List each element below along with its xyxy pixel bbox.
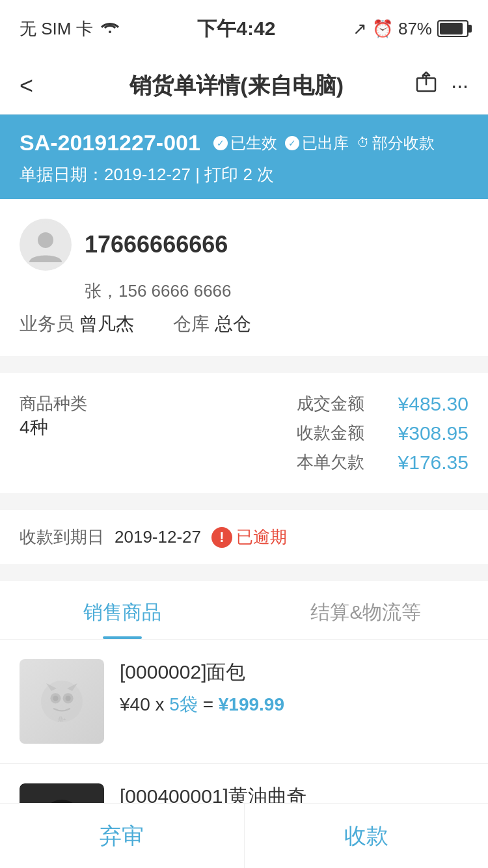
- receive-payment-button[interactable]: 收款: [245, 804, 489, 868]
- stats-left: 商品种类 4种: [20, 392, 87, 440]
- tab-underline: [103, 636, 142, 639]
- battery-percent: 87%: [398, 19, 432, 39]
- customer-top: 17666666666: [20, 219, 468, 271]
- check-icon-2: ✓: [285, 136, 299, 150]
- status-tag-partial: ⏱ 部分收款: [357, 133, 435, 154]
- avatar: [20, 219, 72, 271]
- order-header: SA-20191227-001 ✓ 已生效 ✓ 已出库 ⏱ 部分收款 单据日期：…: [0, 115, 488, 199]
- customer-contact: 张，156 6666 6666: [85, 280, 468, 303]
- received-value: ¥308.95: [377, 422, 468, 444]
- divider-2: [0, 500, 488, 510]
- tabs-section: 销售商品 结算&物流等: [0, 581, 488, 640]
- overdue-text: 已逾期: [236, 526, 287, 549]
- status-tag-shipped: ✓ 已出库: [285, 133, 349, 154]
- debt-row: 本单欠款 ¥176.35: [297, 451, 468, 474]
- overdue-tag: ! 已逾期: [211, 526, 287, 549]
- overdue-icon: !: [211, 527, 232, 548]
- tabs-row: 销售商品 结算&物流等: [0, 581, 488, 639]
- tab-products[interactable]: 销售商品: [0, 581, 244, 639]
- svg-point-3: [41, 681, 83, 722]
- status-bar: 无 SIM 卡 下午4:42 ↗ ⏰ 87%: [0, 0, 488, 57]
- customer-section: 17666666666 张，156 6666 6666 业务员 曾凡杰 仓库 总…: [0, 199, 488, 356]
- order-date: 单据日期：2019-12-27 | 打印 2 次: [20, 163, 468, 186]
- amount-row: 成交金额 ¥485.30: [297, 392, 468, 415]
- status-tags: ✓ 已生效 ✓ 已出库 ⏱ 部分收款: [213, 133, 435, 154]
- order-id: SA-20191227-001: [20, 130, 200, 156]
- divider-1: [0, 362, 488, 373]
- cancel-review-button[interactable]: 弃审: [0, 804, 245, 868]
- tab-settlement[interactable]: 结算&物流等: [244, 581, 488, 639]
- received-label: 收款金额: [297, 422, 364, 444]
- alarm-icon: ⏰: [372, 19, 393, 39]
- svg-point-7: [66, 696, 71, 701]
- status-left: 无 SIM 卡: [20, 18, 120, 40]
- stats-section: 商品种类 4种 成交金额 ¥485.30 收款金额 ¥308.95 本单欠款 ¥…: [0, 373, 488, 493]
- status-tag-active: ✓ 已生效: [213, 133, 277, 154]
- page-title: 销货单详情(来自电脑): [129, 71, 344, 101]
- type-value: 4种: [20, 415, 87, 440]
- debt-value: ¥176.35: [377, 452, 468, 474]
- product-info-1: [0000002]面包 ¥40 x 5袋 = ¥199.99: [120, 659, 468, 717]
- amount-label: 成交金额: [297, 392, 364, 415]
- product-item: 鼎+ [0000002]面包 ¥40 x 5袋 = ¥199.99: [0, 640, 488, 764]
- due-section: 收款到期日 2019-12-27 ! 已逾期: [0, 510, 488, 564]
- received-row: 收款金额 ¥308.95: [297, 422, 468, 444]
- svg-text:鼎+: 鼎+: [58, 716, 66, 722]
- debt-label: 本单欠款: [297, 451, 364, 474]
- status-time: 下午4:42: [197, 16, 275, 42]
- carrier-text: 无 SIM 卡: [20, 18, 93, 40]
- share-icon[interactable]: [414, 72, 438, 100]
- type-label: 商品种类: [20, 392, 87, 415]
- battery-icon: [437, 20, 468, 37]
- back-button[interactable]: <: [20, 72, 59, 100]
- check-icon-1: ✓: [213, 136, 228, 150]
- sales-meta: 业务员 曾凡杰: [20, 312, 134, 336]
- product-name-1: [0000002]面包: [120, 659, 468, 686]
- product-price-1: ¥40 x 5袋 = ¥199.99: [120, 692, 468, 717]
- divider-3: [0, 571, 488, 581]
- due-date: 2019-12-27: [115, 527, 201, 547]
- order-header-top: SA-20191227-001 ✓ 已生效 ✓ 已出库 ⏱ 部分收款: [20, 130, 468, 156]
- nav-actions: ···: [414, 72, 468, 100]
- customer-phone: 17666666666: [85, 231, 228, 258]
- stats-right: 成交金额 ¥485.30 收款金额 ¥308.95 本单欠款 ¥176.35: [297, 392, 468, 474]
- warehouse-name: 总仓: [215, 314, 251, 334]
- due-label: 收款到期日: [20, 526, 104, 549]
- warehouse-meta: 仓库 总仓: [173, 312, 251, 336]
- customer-meta: 业务员 曾凡杰 仓库 总仓: [20, 312, 468, 336]
- product-thumb-1: 鼎+: [20, 659, 104, 744]
- svg-point-6: [53, 696, 58, 701]
- wifi-icon: [100, 19, 120, 39]
- bottom-bar: 弃审 收款: [0, 803, 488, 868]
- sales-name: 曾凡杰: [79, 314, 134, 334]
- svg-point-2: [38, 232, 53, 248]
- more-icon[interactable]: ···: [451, 74, 468, 98]
- thumb-placeholder-1: 鼎+: [20, 659, 104, 744]
- clock-icon: ⏱: [357, 135, 370, 150]
- amount-value: ¥485.30: [377, 393, 468, 415]
- location-icon: ↗: [353, 19, 367, 39]
- nav-bar: < 销货单详情(来自电脑) ···: [0, 57, 488, 115]
- status-right: ↗ ⏰ 87%: [353, 19, 468, 39]
